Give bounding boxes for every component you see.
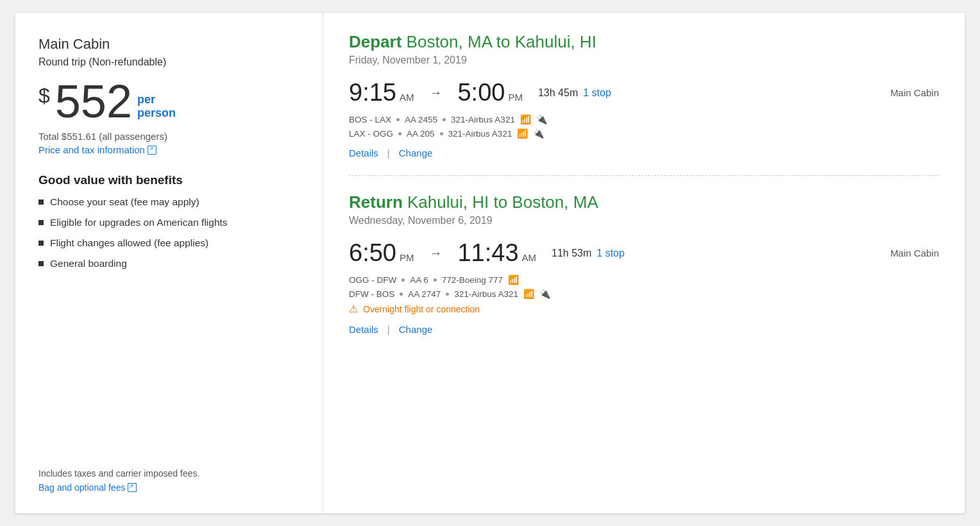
warning-triangle-icon: ⚠ <box>349 303 358 315</box>
benefit-item-4: General boarding <box>38 258 302 269</box>
return-depart-block: 6:50 PM <box>349 239 414 267</box>
power-icon: 🔌 <box>539 289 550 299</box>
depart-word: Depart <box>349 32 401 51</box>
depart-segments: BOS - LAX AA 2455 321-Airbus A321 📶 🔌 LA… <box>349 114 939 139</box>
return-segment-1: OGG - DFW AA 6 772-Boeing 777 📶 <box>349 275 939 285</box>
depart-duration: 13h 45m 1 stop <box>538 87 611 99</box>
seg1-aircraft: 321-Airbus A321 <box>451 115 515 124</box>
return-segments: OGG - DFW AA 6 772-Boeing 777 📶 DFW - BO… <box>349 275 939 315</box>
price-tax-link[interactable]: Price and tax information <box>38 144 302 155</box>
bag-external-link-icon <box>128 483 137 492</box>
seg2-flight: AA 205 <box>407 129 435 139</box>
bullet-icon <box>38 241 44 246</box>
return-times-row: 6:50 PM → 11:43 AM 11h 53m 1 stop Main C… <box>349 239 939 267</box>
external-link-icon <box>148 146 156 155</box>
bag-link-label: Bag and optional fees <box>38 482 125 493</box>
wifi-icon: 📶 <box>508 275 519 285</box>
arrive-ampm: PM <box>508 92 523 103</box>
price-amount: 552 <box>55 78 132 124</box>
price-row: $ 552 perperson <box>38 78 302 124</box>
depart-route: Boston, MA to Kahului, HI <box>407 32 596 51</box>
depart-date: Friday, November 1, 2019 <box>349 55 939 66</box>
includes-text: Includes taxes and carrier imposed fees. <box>38 468 302 479</box>
depart-header: Depart Boston, MA to Kahului, HI Friday,… <box>349 32 939 66</box>
warning-text: Overnight flight or connection <box>363 304 480 314</box>
rseg1-aircraft: 772-Boeing 777 <box>442 275 503 285</box>
bag-link[interactable]: Bag and optional fees <box>38 482 302 493</box>
depart-time: 9:15 <box>349 79 396 106</box>
dollar-sign: $ <box>38 83 50 108</box>
benefit-item-1: Choose your seat (fee may apply) <box>38 196 302 208</box>
return-details-link[interactable]: Details <box>349 324 378 335</box>
seg-dot <box>398 132 401 135</box>
depart-stops-link[interactable]: 1 stop <box>583 87 611 99</box>
return-duration: 11h 53m 1 stop <box>552 248 625 259</box>
seg1-route: BOS - LAX <box>349 115 391 124</box>
arrive-time-block: 5:00 PM <box>457 79 522 106</box>
wifi-icon: 📶 <box>517 128 528 139</box>
action-separator: | <box>387 324 390 335</box>
arrow-icon: → <box>429 85 442 100</box>
flight-card: Main Cabin Round trip (Non-refundable) $… <box>15 13 965 513</box>
return-change-link[interactable]: Change <box>399 324 433 335</box>
benefits-title: Good value with benefits <box>38 173 302 187</box>
depart-segment-1: BOS - LAX AA 2455 321-Airbus A321 📶 🔌 <box>349 114 939 124</box>
cabin-title: Main Cabin <box>38 36 302 53</box>
benefit-label-1: Choose your seat (fee may apply) <box>50 196 199 208</box>
return-date: Wednesday, November 6, 2019 <box>349 215 939 226</box>
wifi-icon: 📶 <box>520 114 531 124</box>
seg-dot <box>434 278 437 282</box>
arrow-icon: → <box>429 246 442 260</box>
return-stops-link[interactable]: 1 stop <box>596 248 625 259</box>
depart-details-link[interactable]: Details <box>349 148 378 158</box>
return-cabin-label: Main Cabin <box>890 248 939 259</box>
seg-dot <box>443 118 446 121</box>
benefit-label-3: Flight changes allowed (fee applies) <box>50 237 208 249</box>
return-duration-text: 11h 53m <box>552 248 591 259</box>
depart-duration-text: 13h 45m <box>538 87 578 99</box>
seg2-aircraft: 321-Airbus A321 <box>448 129 512 139</box>
depart-segment-2: LAX - OGG AA 205 321-Airbus A321 📶 🔌 <box>349 128 939 139</box>
rseg2-flight: AA 2747 <box>408 289 441 299</box>
action-separator: | <box>387 148 390 158</box>
pricing-panel: Main Cabin Round trip (Non-refundable) $… <box>15 13 323 513</box>
flights-panel: Depart Boston, MA to Kahului, HI Friday,… <box>323 13 965 513</box>
bullet-icon <box>38 220 44 225</box>
return-depart-ampm: PM <box>400 252 414 263</box>
rseg2-aircraft: 321-Airbus A321 <box>454 289 518 299</box>
return-actions: Details | Change <box>349 324 939 335</box>
depart-times-row: 9:15 AM → 5:00 PM 13h 45m 1 stop Main Ca… <box>349 79 939 106</box>
price-tax-label: Price and tax information <box>38 144 145 155</box>
depart-ampm: AM <box>400 92 414 103</box>
rseg1-flight: AA 6 <box>410 275 428 285</box>
benefit-label-4: General boarding <box>50 258 127 269</box>
return-arrive-time: 11:43 <box>457 239 518 267</box>
bullet-icon <box>38 261 44 266</box>
power-icon: 🔌 <box>536 114 547 124</box>
depart-change-link[interactable]: Change <box>399 148 433 158</box>
return-route: Kahului, HI to Boston, MA <box>407 192 598 212</box>
trip-type: Round trip (Non-refundable) <box>38 56 302 68</box>
bullet-icon <box>38 199 44 205</box>
benefit-item-2: Eligible for upgrades on American flight… <box>38 217 302 228</box>
seg-dot <box>401 278 405 282</box>
seg-dot <box>440 132 443 135</box>
power-icon: 🔌 <box>533 128 544 139</box>
arrive-time: 5:00 <box>457 79 505 106</box>
return-arrive-block: 11:43 AM <box>457 239 536 267</box>
return-section: Return Kahului, HI to Boston, MA Wednesd… <box>349 192 939 335</box>
wifi-icon: 📶 <box>523 289 534 299</box>
return-segment-2: DFW - BOS AA 2747 321-Airbus A321 📶 🔌 <box>349 289 939 299</box>
depart-cabin-label: Main Cabin <box>890 87 939 98</box>
depart-time-block: 9:15 AM <box>349 79 414 106</box>
depart-title: Depart Boston, MA to Kahului, HI <box>349 32 939 52</box>
seg1-flight: AA 2455 <box>405 115 437 124</box>
return-header: Return Kahului, HI to Boston, MA Wednesd… <box>349 192 939 226</box>
return-depart-time: 6:50 <box>349 239 396 267</box>
rseg1-route: OGG - DFW <box>349 275 396 285</box>
return-title: Return Kahului, HI to Boston, MA <box>349 192 939 212</box>
benefit-item-3: Flight changes allowed (fee applies) <box>38 237 302 249</box>
seg-dot <box>396 118 400 121</box>
return-arrive-ampm: AM <box>522 252 537 263</box>
benefit-label-2: Eligible for upgrades on American flight… <box>50 217 228 228</box>
